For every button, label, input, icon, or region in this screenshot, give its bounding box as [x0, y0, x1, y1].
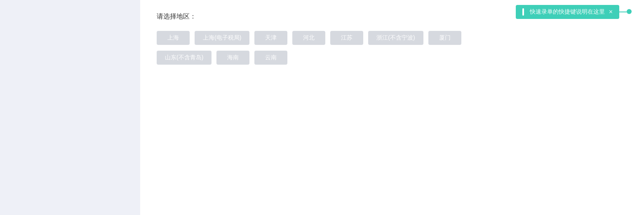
- sidebar: [0, 0, 140, 215]
- region-btn-hainan[interactable]: 海南: [216, 51, 249, 65]
- region-btn-shandong[interactable]: 山东(不含青岛): [157, 51, 212, 65]
- tooltip-close-button[interactable]: ×: [609, 9, 613, 15]
- region-btn-shanghai[interactable]: 上海: [157, 31, 190, 45]
- tooltip-dot: [627, 9, 632, 14]
- region-row-1: 上海 上海(电子税局) 天津 河北 江苏 浙江(不含宁波) 厦门: [157, 31, 628, 45]
- region-row-2: 山东(不含青岛) 海南 云南: [157, 51, 628, 65]
- region-btn-hebei[interactable]: 河北: [292, 31, 325, 45]
- tooltip-bar: 快速录单的快捷键说明在这里 ×: [516, 5, 619, 19]
- region-btn-zhejiang[interactable]: 浙江(不含宁波): [368, 31, 423, 45]
- region-btn-tianjin[interactable]: 天津: [254, 31, 287, 45]
- region-btn-yunnan[interactable]: 云南: [254, 51, 287, 65]
- region-btn-jiangsu[interactable]: 江苏: [330, 31, 363, 45]
- main-content: 请选择地区： 上海 上海(电子税局) 天津 河北 江苏 浙江(不含宁波) 厦门 …: [140, 0, 644, 215]
- region-btn-shanghai-etax[interactable]: 上海(电子税局): [195, 31, 249, 45]
- region-btn-xiamen[interactable]: 厦门: [428, 31, 461, 45]
- tooltip-text: 快速录单的快捷键说明在这里: [530, 8, 605, 16]
- tooltip-connector: [619, 12, 627, 12]
- tooltip-accent: [522, 8, 524, 16]
